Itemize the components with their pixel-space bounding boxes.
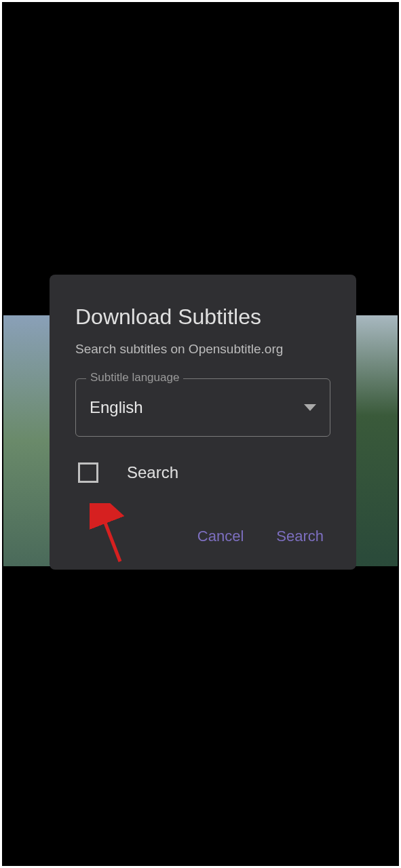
cancel-button[interactable]: Cancel [195, 522, 246, 551]
dialog-title: Download Subtitles [75, 304, 330, 330]
dialog-actions: Cancel Search [75, 522, 330, 551]
chevron-down-icon [304, 404, 316, 411]
download-subtitles-dialog: Download Subtitles Search subtitles on O… [50, 275, 356, 570]
dialog-subtitle: Search subtitles on Opensubtitle.org [75, 342, 330, 357]
search-button[interactable]: Search [273, 522, 326, 551]
search-checkbox[interactable] [78, 462, 98, 483]
search-checkbox-row[interactable]: Search [75, 462, 330, 483]
app-container: Download Subtitles Search subtitles on O… [2, 2, 399, 866]
language-select-wrapper: Subtitle language English [75, 378, 330, 437]
language-select[interactable]: English [75, 378, 330, 437]
language-select-value: English [90, 398, 143, 417]
search-checkbox-label: Search [127, 463, 178, 482]
language-select-label: Subtitle language [86, 371, 183, 384]
